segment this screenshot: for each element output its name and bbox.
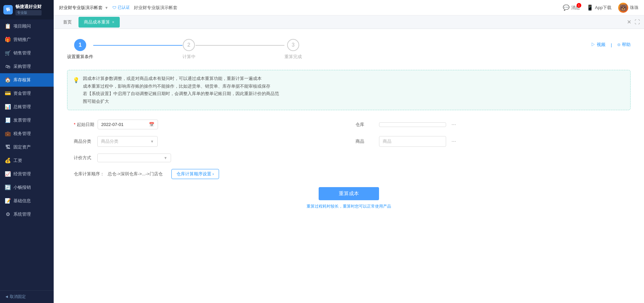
- tabbar-actions: ✕ ⛶: [627, 19, 640, 25]
- pricing-dropdown-icon: ▼: [164, 156, 167, 160]
- sidebar-item-label: 项目顾问: [13, 23, 31, 29]
- recalc-btn-label: 重算成本: [339, 190, 359, 196]
- sidebar-item-basic[interactable]: 📝 基础信息: [0, 194, 54, 208]
- info-icon: 💡: [73, 76, 79, 105]
- step-1: 1 设置重算条件: [67, 39, 93, 60]
- finance-icon: 💳: [5, 90, 11, 96]
- category-select[interactable]: 商品分类 ▼: [97, 136, 158, 147]
- video-help-actions: ▷ 视频 | ⊙ 帮助: [591, 42, 631, 48]
- sidebar-item-tax[interactable]: 💼 税务管理: [0, 127, 54, 140]
- warehouse-field: 仓库 ···: [356, 122, 624, 128]
- step-2-circle: 2: [183, 39, 195, 51]
- marketing-icon: 🎁: [5, 37, 11, 43]
- expense-icon: 🔄: [5, 184, 11, 190]
- sidebar: 畅 畅捷通好业财 专业版 📋 项目顾问 🎁 营销推广 🛒 销售管理 🛍 采购管理…: [0, 0, 54, 303]
- expand-icon[interactable]: ⛶: [635, 19, 640, 25]
- recalc-hint: 重算过程耗时较长，重算时您可以正常使用产品: [307, 204, 391, 209]
- invoice-icon: 🧾: [5, 117, 11, 123]
- account-name: 好业财专业版演示帐套: [59, 5, 103, 11]
- ledger-icon: 📊: [5, 104, 11, 110]
- sidebar-item-marketing[interactable]: 🎁 营销推广: [0, 33, 54, 46]
- warehouse-order-settings-button[interactable]: 仓库计算顺序设置 ›: [171, 169, 219, 179]
- step-3-circle: 3: [287, 39, 299, 51]
- sidebar-item-label: 基础信息: [13, 198, 31, 204]
- warehouse-order-btn-label: 仓库计算顺序设置 ›: [176, 171, 214, 177]
- sidebar-logo: 畅 畅捷通好业财 专业版: [0, 0, 54, 19]
- sidebar-item-ledger[interactable]: 📊 总账管理: [0, 100, 54, 114]
- info-line-1: 因成本计算参数调整，或是对商品成本有疑问时，可以通过成本重算功能，重新计算一遍成…: [83, 75, 279, 83]
- sidebar-item-inventory[interactable]: 🏠 库存核算: [0, 73, 54, 87]
- sidebar-nav: 📋 项目顾问 🎁 营销推广 🛒 销售管理 🛍 采购管理 🏠 库存核算 💳 资金管…: [0, 19, 54, 290]
- account-selector[interactable]: 好业财专业版演示帐套 ▼: [59, 5, 108, 11]
- pricing-select[interactable]: ▼: [97, 154, 171, 162]
- info-line-4: 围可能会扩大: [83, 98, 279, 105]
- sidebar-item-label: 经营管理: [13, 171, 31, 177]
- app-download-action[interactable]: 📱 App下载: [587, 4, 611, 11]
- start-date-value: 2022-07-01: [101, 122, 124, 127]
- product-label: 商品: [356, 138, 376, 144]
- topbar: 好业财专业版演示帐套 ▼ 🛡 已认证 好业财专业版演示帐套 💬 消息 1 📱 A…: [54, 0, 644, 15]
- app-download-label: App下载: [595, 5, 611, 11]
- sidebar-item-label: 系统管理: [13, 211, 31, 217]
- warehouse-more-icon[interactable]: ···: [451, 122, 456, 128]
- pricing-label: 计价方式: [74, 155, 94, 161]
- unpin-button[interactable]: ◄ 取消固定: [0, 290, 54, 303]
- logo-text: 畅捷通好业财 专业版: [15, 4, 42, 15]
- content-area: 1 设置重算条件 2 计算中 3: [54, 29, 644, 303]
- notification-badge: 1: [577, 3, 581, 8]
- start-date-field: 起始日期 2022-07-01 📅: [74, 120, 342, 129]
- steps-wrapper: 1 设置重算条件 2 计算中 3: [67, 39, 302, 60]
- tab-home-label: 首页: [63, 19, 72, 25]
- project-icon: 📋: [5, 23, 11, 29]
- sidebar-item-label: 库存核算: [13, 77, 31, 83]
- step-2-label: 计算中: [182, 54, 196, 60]
- tabbar: 首页 商品成本重算 × ✕ ⛶: [54, 15, 644, 29]
- message-action[interactable]: 💬 消息 1: [563, 4, 580, 11]
- sidebar-item-label: 发票管理: [13, 117, 31, 123]
- form-row-2: 商品分类 商品分类 ▼ 商品 商品 ···: [74, 136, 624, 147]
- warehouse-order-label: 仓库计算顺序：: [74, 171, 104, 177]
- category-label: 商品分类: [74, 138, 94, 144]
- topbar-right: 💬 消息 1 📱 App下载 🐻 珠珠: [563, 3, 639, 13]
- verified-badge: 🛡 已认证: [112, 5, 130, 10]
- sidebar-item-sales[interactable]: 🛒 销售管理: [0, 46, 54, 60]
- sidebar-item-project[interactable]: 📋 项目顾问: [0, 19, 54, 33]
- warehouse-input[interactable]: [379, 122, 446, 127]
- help-link[interactable]: ⊙ 帮助: [617, 42, 631, 48]
- tax-icon: 💼: [5, 131, 11, 137]
- sidebar-item-assets[interactable]: 🏗 固定资产: [0, 140, 54, 154]
- sidebar-item-payroll[interactable]: 💰 工资: [0, 154, 54, 167]
- main-area: 好业财专业版演示帐套 ▼ 🛡 已认证 好业财专业版演示帐套 💬 消息 1 📱 A…: [54, 0, 644, 303]
- tab-close-icon[interactable]: ×: [112, 20, 114, 25]
- tab-recalculate-label: 商品成本重算: [84, 19, 110, 25]
- step-3: 3 重算完成: [284, 39, 302, 60]
- shield-icon: 🛡: [112, 5, 116, 10]
- pricing-field: 计价方式 ▼: [74, 154, 342, 162]
- video-link[interactable]: ▷ 视频: [591, 42, 605, 48]
- info-box: 💡 因成本计算参数调整，或是对商品成本有疑问时，可以通过成本重算功能，重新计算一…: [67, 70, 631, 110]
- sidebar-item-label: 固定资产: [13, 144, 31, 150]
- sidebar-item-system[interactable]: ⚙ 系统管理: [0, 208, 54, 221]
- tab-recalculate[interactable]: 商品成本重算 ×: [78, 17, 120, 28]
- product-more-icon[interactable]: ···: [451, 138, 456, 144]
- sidebar-item-purchase[interactable]: 🛍 采购管理: [0, 60, 54, 73]
- user-action[interactable]: 🐻 珠珠: [618, 3, 639, 13]
- category-placeholder: 商品分类: [101, 138, 118, 144]
- sidebar-item-label: 工资: [13, 158, 22, 164]
- sidebar-item-invoice[interactable]: 🧾 发票管理: [0, 114, 54, 127]
- start-date-input[interactable]: 2022-07-01 📅: [98, 120, 158, 129]
- product-field: 商品 商品 ···: [356, 136, 624, 147]
- sidebar-item-label: 营销推广: [13, 37, 31, 43]
- sidebar-item-expense[interactable]: 🔄 小畅报销: [0, 181, 54, 194]
- info-line-3: 若【系统设置】中启用了自动调整记账日期时，会调整入库单的整单记账日期，因此重新计…: [83, 90, 279, 98]
- info-text: 因成本计算参数调整，或是对商品成本有疑问时，可以通过成本重算功能，重新计算一遍成…: [83, 75, 279, 105]
- warehouse-label: 仓库: [356, 122, 376, 128]
- close-window-icon[interactable]: ✕: [627, 19, 631, 25]
- tab-home[interactable]: 首页: [58, 17, 77, 28]
- sidebar-item-finance[interactable]: 💳 资金管理: [0, 87, 54, 100]
- step-1-circle: 1: [74, 39, 86, 51]
- sidebar-item-operations[interactable]: 📈 经营管理: [0, 167, 54, 181]
- purchase-icon: 🛍: [5, 63, 11, 69]
- product-input[interactable]: 商品: [379, 136, 446, 147]
- recalculate-button[interactable]: 重算成本: [319, 187, 379, 200]
